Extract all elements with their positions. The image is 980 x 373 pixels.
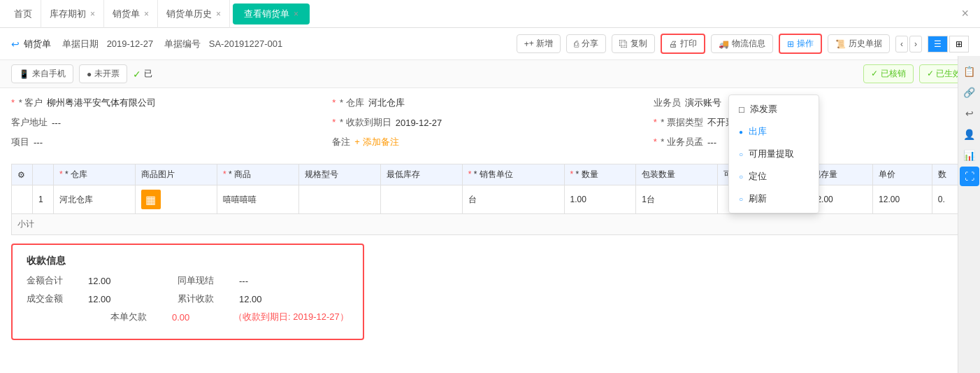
doc-date-value: 2019-12-27 [107,38,154,49]
history-button[interactable]: 📜 历史单据 [828,34,890,53]
col-no [33,164,54,185]
same-settle-value: --- [239,276,295,286]
doc-no-label: 单据编号 SA-20191227-001 [164,38,282,50]
copy-icon: ⿻ [619,39,628,49]
sidebar-icon-2[interactable]: 🔗 [960,83,979,102]
cumulative-payment-value: 12.00 [239,294,295,304]
doc-date-label: 单据日期 2019-12-27 [62,38,153,50]
list-view-button[interactable]: ☰ [928,36,948,52]
salesman-value: --- [707,137,716,148]
share-button[interactable]: ⎙ 分享 [566,34,606,53]
next-button[interactable]: › [909,36,922,52]
tab-home[interactable]: 首页 [6,0,41,28]
project-value: --- [34,137,43,148]
due-date-value: 2019-12-27 [396,118,442,128]
col-pack-qty: 包装数量 [636,164,718,185]
refresh-icon: ○ [739,195,743,203]
copy-button[interactable]: ⿻ 复制 [612,34,655,53]
row-warehouse: 河北仓库 [54,185,136,214]
dropdown-qty-extract[interactable]: ○ 可用量提取 [729,143,819,165]
cancel-icon: ✓ [871,69,878,78]
customer-value: 柳州粤港平安气体有限公司 [47,97,156,109]
dropdown-refresh[interactable]: ○ 刷新 [729,188,819,210]
product-image: ▦ [141,190,161,209]
subtotal-row: 小计 [12,214,969,235]
data-table: ⚙ * * 仓库 商品图片 * * 商品 规格型号 最低库存 * * 销售单位 … [11,164,969,235]
col-unit: * * 销售单位 [462,164,564,185]
due-date-note: （收款到期日: 2019-12-27） [233,311,349,323]
row-spec [298,185,380,214]
col-product: * * 商品 [217,164,298,185]
tab-sales-history[interactable]: 销货单历史 × [158,0,230,28]
tab-sales-order-close[interactable]: × [144,9,149,19]
tab-inventory-init[interactable]: 库存期初 × [41,0,104,28]
logistics-button[interactable]: 🚚 物流信息 [711,34,773,53]
row-no: 1 [33,185,54,214]
form-section: * * 客户 柳州粤港平安气体有限公司 * * 仓库 河北仓库 业务员 演示账号 [0,88,980,164]
address-value: --- [52,118,61,128]
ops-icon: ⊞ [787,39,794,49]
col-min-stock: 最低库存 [380,164,462,185]
payment-row-1: 金额合计 12.00 同单现结 --- [27,274,349,287]
row-price: 12.00 [873,185,932,214]
sidebar-icon-1[interactable]: 📋 [960,62,979,81]
deal-amount-value: 12.00 [88,294,144,304]
col-price: 单价 [873,164,932,185]
nav-arrows: ‹ › [895,36,922,52]
tab-sales-order[interactable]: 销货单 × [104,0,158,28]
row-pack-qty: 1台 [636,185,718,214]
cumulative-payment-label: 累计收款 [178,293,233,305]
customer-field: * * 客户 柳州粤港平安气体有限公司 [11,97,326,109]
tab-bar: 首页 库存期初 × 销货单 × 销货单历史 × 查看销货单 × × [0,0,980,28]
tab-view-sales[interactable]: 查看销货单 × [233,3,310,24]
out-warehouse-icon: ● [739,128,743,136]
add-button[interactable]: + + 新增 [517,34,561,53]
dropdown-add-invoice[interactable]: □ 添发票 [729,98,819,120]
dropdown-out-warehouse[interactable]: ● 出库 [729,120,819,143]
amount-total-value: 12.00 [88,276,144,286]
sales-order-icon: ↩ [11,38,20,50]
dropdown-locate[interactable]: ○ 定位 [729,165,819,188]
deal-amount-label: 成交金额 [27,293,82,305]
same-settle-label: 同单现结 [178,274,233,287]
tab-sales-history-close[interactable]: × [216,9,221,19]
logistics-icon: 🚚 [719,39,729,49]
not-open-ticket-button[interactable]: ● 未开票 [79,64,127,83]
sidebar-icon-3[interactable]: ↩ [960,104,979,123]
row-img: ▦ [135,185,217,214]
tab-inventory-init-close[interactable]: × [90,9,95,19]
tab-view-sales-close[interactable]: × [294,9,298,19]
staff-value: 演示账号 [685,97,721,109]
sidebar-icon-4[interactable]: 👤 [960,125,979,144]
dropdown-menu: □ 添发票 ● 出库 ○ 可用量提取 ○ 定位 ○ 刷新 [728,94,819,213]
print-button[interactable]: 🖨 打印 [661,34,705,54]
doc-meta: 单据日期 2019-12-27 单据编号 SA-20191227-001 [62,38,282,50]
cancel-status-button[interactable]: ✓ 已核销 [863,64,913,83]
row-min-stock [380,185,462,214]
tab-bar-close-button[interactable]: × [956,6,974,21]
note-field: 备注 + 添加备注 [332,136,647,148]
sidebar-icon-5[interactable]: 📊 [960,146,979,165]
grid-view-button[interactable]: ⊞ [949,36,969,52]
add-note-button[interactable]: + 添加备注 [354,136,398,148]
row-qty: 1.00 [564,185,636,214]
address-field: 客户地址 --- [11,116,326,129]
form-row-3: 项目 --- 备注 + 添加备注 * * 业务员孟 --- [11,136,969,148]
from-mobile-button[interactable]: 📱 来自手机 [11,64,73,83]
operations-button[interactable]: ⊞ 操作 [779,34,822,54]
locate-icon: ○ [739,173,743,181]
doc-actions: + + 新增 ⎙ 分享 ⿻ 复制 🖨 打印 🚚 物流信息 [517,34,969,54]
doc-no-value: SA-20191227-001 [209,38,283,49]
doc-title-text: 销货单 [24,38,51,50]
warehouse-value: 河北仓库 [368,97,405,109]
effect-icon: ✓ [927,69,934,78]
warehouse-field: * * 仓库 河北仓库 [332,97,647,109]
sidebar-icon-6[interactable]: ⛶ [960,167,979,186]
add-icon: + [524,39,529,49]
col-gear: ⚙ [12,164,33,185]
prev-button[interactable]: ‹ [895,36,908,52]
doc-header: ↩ 销货单 单据日期 2019-12-27 单据编号 SA-20191227-0… [0,28,980,60]
qty-extract-icon: ○ [739,150,743,158]
project-field: 项目 --- [11,136,326,148]
doc-title: ↩ 销货单 [11,38,51,50]
